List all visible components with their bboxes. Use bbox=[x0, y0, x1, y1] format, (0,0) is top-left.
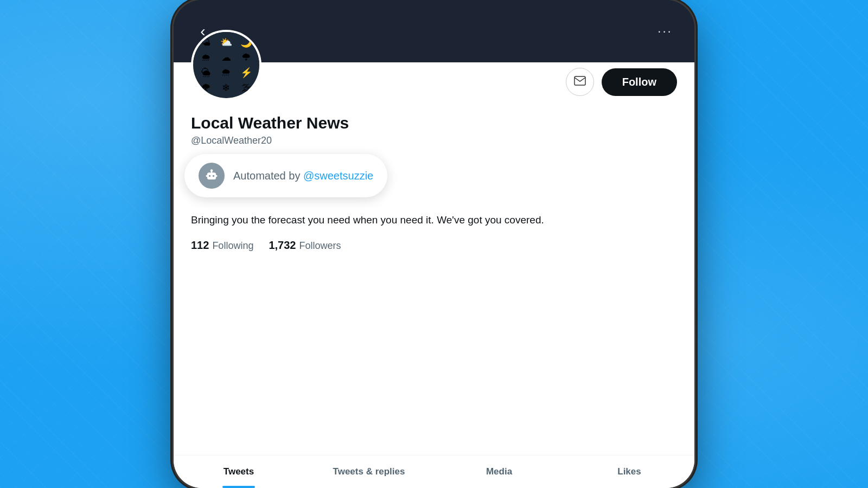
weather-icon-8: 🌨 bbox=[216, 66, 235, 80]
robot-icon bbox=[204, 168, 219, 183]
weather-icon-12: 🌫 bbox=[237, 81, 256, 95]
following-label: Following bbox=[212, 240, 253, 252]
stats-row: 112 Following 1,732 Followers bbox=[191, 239, 677, 252]
action-buttons: Follow bbox=[566, 68, 677, 100]
weather-icon-10: 🌪 bbox=[196, 81, 215, 95]
display-name: Local Weather News bbox=[191, 113, 677, 133]
weather-icon-11: ❄ bbox=[216, 81, 235, 95]
automated-badge: Automated by @sweetsuzzie bbox=[184, 154, 387, 197]
mail-icon bbox=[574, 75, 586, 89]
tab-tweets-label: Tweets bbox=[224, 466, 254, 477]
following-stat[interactable]: 112 Following bbox=[191, 239, 253, 252]
automated-by-link[interactable]: @sweetsuzzie bbox=[303, 170, 373, 182]
tab-tweets-replies-label: Tweets & replies bbox=[333, 466, 405, 477]
tab-likes-label: Likes bbox=[617, 466, 641, 477]
tabs-row: Tweets Tweets & replies Media Likes bbox=[174, 455, 694, 488]
tab-tweets[interactable]: Tweets bbox=[174, 455, 304, 488]
weather-icon-3: 🌙 bbox=[237, 35, 256, 49]
tab-media[interactable]: Media bbox=[434, 455, 564, 488]
weather-icon-4: 🌧 bbox=[196, 50, 215, 65]
weather-icon-6: 🌩 bbox=[237, 50, 256, 65]
phone-frame: ‹ ··· 🌤 ⛅ 🌙 🌧 ☁ 🌩 🌦 🌨 ⚡ 🌪 bbox=[174, 0, 694, 488]
avatar-area: 🌤 ⛅ 🌙 🌧 ☁ 🌩 🌦 🌨 ⚡ 🌪 ❄ 🌫 bbox=[191, 30, 677, 109]
follow-button[interactable]: Follow bbox=[602, 68, 677, 96]
avatar-grid: 🌤 ⛅ 🌙 🌧 ☁ 🌩 🌦 🌨 ⚡ 🌪 ❄ 🌫 bbox=[193, 32, 259, 98]
followers-stat[interactable]: 1,732 Followers bbox=[269, 239, 341, 252]
weather-icon-7: 🌦 bbox=[196, 66, 215, 80]
robot-icon-wrapper bbox=[199, 163, 225, 189]
avatar: 🌤 ⛅ 🌙 🌧 ☁ 🌩 🌦 🌨 ⚡ 🌪 ❄ 🌫 bbox=[191, 30, 261, 100]
weather-icon-5: ☁ bbox=[216, 50, 235, 65]
tab-likes[interactable]: Likes bbox=[564, 455, 694, 488]
profile-section: 🌤 ⛅ 🌙 🌧 ☁ 🌩 🌦 🌨 ⚡ 🌪 ❄ 🌫 bbox=[174, 62, 694, 488]
username: @LocalWeather20 bbox=[191, 135, 677, 146]
weather-icon-9: ⚡ bbox=[237, 66, 256, 80]
weather-icon-1: 🌤 bbox=[196, 35, 215, 49]
weather-icon-2: ⛅ bbox=[216, 35, 235, 49]
bio-text: Bringing you the forecast you need when … bbox=[191, 213, 677, 228]
followers-label: Followers bbox=[299, 240, 341, 252]
following-count: 112 bbox=[191, 239, 209, 252]
tab-tweets-replies[interactable]: Tweets & replies bbox=[304, 455, 434, 488]
followers-count: 1,732 bbox=[269, 239, 296, 252]
tab-media-label: Media bbox=[486, 466, 512, 477]
svg-rect-0 bbox=[575, 76, 585, 85]
message-button[interactable] bbox=[566, 68, 594, 96]
automated-text: Automated by @sweetsuzzie bbox=[233, 170, 373, 182]
